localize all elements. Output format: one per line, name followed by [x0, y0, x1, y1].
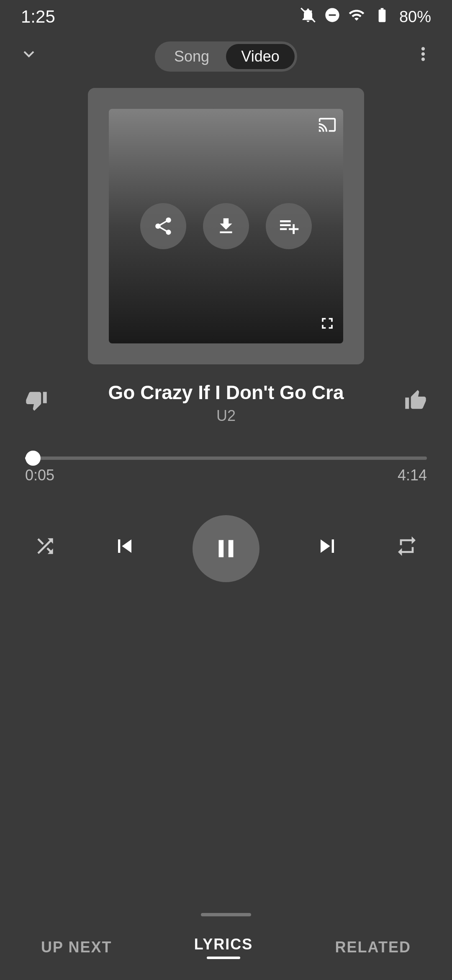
related-label: RELATED — [335, 939, 411, 956]
bottom-tabs: UP NEXT LYRICS RELATED — [0, 903, 452, 980]
shuffle-button[interactable] — [33, 534, 57, 563]
cast-icon[interactable] — [318, 116, 336, 138]
song-title-area: Go Crazy If I Don't Go Cra U2 — [48, 381, 404, 425]
album-art-area — [88, 88, 364, 364]
song-title: Go Crazy If I Don't Go Cra — [56, 381, 396, 404]
tab-underline — [207, 957, 240, 959]
playback-controls — [0, 515, 452, 582]
progress-bar-container[interactable]: 0:05 4:14 — [25, 456, 427, 484]
current-time: 0:05 — [25, 467, 54, 484]
lyrics-label: LYRICS — [194, 936, 253, 953]
up-next-label: UP NEXT — [41, 939, 112, 956]
song-info: Go Crazy If I Don't Go Cra U2 — [0, 381, 452, 425]
tab-lyrics[interactable]: LYRICS — [177, 931, 270, 963]
battery-percent: 80% — [399, 8, 431, 26]
battery-icon — [372, 7, 392, 27]
video-frame — [109, 109, 343, 343]
previous-button[interactable] — [111, 533, 138, 565]
download-button[interactable] — [203, 203, 249, 249]
total-time: 4:14 — [398, 467, 427, 484]
add-to-playlist-button[interactable] — [266, 203, 312, 249]
drag-handle — [201, 913, 251, 916]
pause-button[interactable] — [193, 515, 259, 582]
tab-up-next[interactable]: UP NEXT — [24, 934, 128, 960]
song-tab[interactable]: Song — [157, 44, 226, 69]
progress-bar[interactable] — [25, 456, 427, 460]
thumb-down-button[interactable] — [25, 389, 48, 417]
song-artist: U2 — [56, 407, 396, 425]
tab-related[interactable]: RELATED — [318, 934, 428, 960]
share-button[interactable] — [140, 203, 186, 249]
status-icons: 80% — [300, 7, 431, 27]
mute-icon — [300, 7, 316, 27]
dnd-icon — [324, 7, 341, 27]
top-nav: Song Video — [0, 38, 452, 75]
next-button[interactable] — [314, 533, 341, 565]
thumb-up-button[interactable] — [404, 389, 427, 417]
video-tab[interactable]: Video — [226, 44, 295, 69]
repeat-button[interactable] — [395, 534, 419, 563]
song-video-toggle[interactable]: Song Video — [155, 41, 297, 72]
fullscreen-icon[interactable] — [318, 314, 336, 337]
chevron-down-icon[interactable] — [18, 44, 39, 70]
progress-times: 0:05 4:14 — [25, 467, 427, 484]
wifi-icon — [348, 7, 365, 27]
tabs-row: UP NEXT LYRICS RELATED — [0, 923, 452, 980]
status-time: 1:25 — [21, 7, 55, 27]
status-bar: 1:25 80% — [0, 0, 452, 34]
progress-knob[interactable] — [26, 451, 41, 466]
more-options-icon[interactable] — [413, 44, 434, 70]
action-buttons-row — [140, 203, 312, 249]
